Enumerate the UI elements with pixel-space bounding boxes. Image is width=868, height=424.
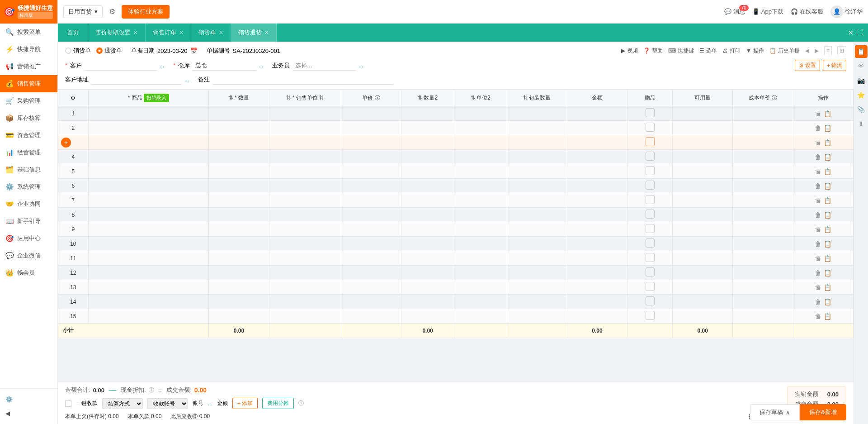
amount-cell[interactable] bbox=[567, 106, 627, 121]
product-cell[interactable] bbox=[88, 121, 209, 135]
tab-sales-return-close[interactable]: ✕ bbox=[264, 29, 269, 36]
qty-cell[interactable] bbox=[209, 106, 269, 121]
fenyong-info-icon[interactable]: ⓘ bbox=[298, 400, 304, 407]
discount-info-icon[interactable]: ⓘ bbox=[149, 386, 154, 394]
pack-cell[interactable] bbox=[507, 295, 567, 309]
fenyong-btn[interactable]: 费用分摊 bbox=[262, 398, 294, 409]
qty2-cell[interactable] bbox=[401, 309, 454, 324]
unit2-cell[interactable] bbox=[454, 309, 507, 324]
delete-row-icon[interactable]: 🗑 bbox=[815, 284, 821, 291]
amount-cell[interactable] bbox=[567, 150, 627, 164]
gift-checkbox[interactable] bbox=[646, 210, 655, 219]
one-click-checkbox[interactable] bbox=[65, 400, 71, 407]
cost-cell[interactable] bbox=[733, 309, 793, 324]
unit2-cell-active[interactable] bbox=[454, 135, 507, 150]
tab-maximize-btn[interactable]: ⛶ bbox=[856, 29, 863, 37]
product-cell[interactable] bbox=[88, 295, 209, 309]
qty2-cell[interactable] bbox=[401, 164, 454, 179]
gift-cell[interactable] bbox=[627, 179, 673, 193]
gift-checkbox[interactable] bbox=[646, 253, 655, 262]
view-list-btn[interactable]: ≡ bbox=[824, 46, 832, 55]
unit-cell[interactable] bbox=[269, 309, 341, 324]
product-cell[interactable] bbox=[88, 222, 209, 237]
sidebar-item-member[interactable]: 👑 畅会员 bbox=[0, 264, 57, 281]
qty2-cell[interactable] bbox=[401, 251, 454, 266]
gift-checkbox[interactable] bbox=[646, 166, 655, 175]
avail-cell[interactable] bbox=[673, 280, 733, 295]
pack-cell[interactable] bbox=[507, 106, 567, 121]
pack-cell[interactable] bbox=[507, 121, 567, 135]
gift-checkbox-active[interactable] bbox=[646, 137, 655, 146]
unit-cell[interactable] bbox=[269, 222, 341, 237]
qty2-cell[interactable] bbox=[401, 121, 454, 135]
gift-checkbox[interactable] bbox=[646, 181, 655, 190]
right-panel-icon-5[interactable]: 📎 bbox=[855, 103, 868, 116]
cost-cell[interactable] bbox=[733, 266, 793, 280]
unit-cell[interactable] bbox=[269, 150, 341, 164]
product-cell[interactable] bbox=[88, 280, 209, 295]
amount-cell-active[interactable] bbox=[567, 135, 627, 150]
gift-checkbox[interactable] bbox=[646, 311, 655, 320]
trial-btn[interactable]: 体验行业方案 bbox=[122, 5, 170, 19]
delete-row-icon[interactable]: 🗑 bbox=[815, 197, 821, 204]
unit2-cell[interactable] bbox=[454, 251, 507, 266]
avail-cell[interactable] bbox=[673, 150, 733, 164]
avail-cell[interactable] bbox=[673, 309, 733, 324]
copy-row-icon[interactable]: 📋 bbox=[824, 168, 831, 175]
settle-select[interactable]: 结算方式 bbox=[102, 398, 143, 409]
product-cell[interactable] bbox=[88, 106, 209, 121]
gift-checkbox[interactable] bbox=[646, 296, 655, 305]
unit2-cell[interactable] bbox=[454, 106, 507, 121]
avail-cell[interactable] bbox=[673, 237, 733, 251]
customer-input[interactable] bbox=[85, 61, 157, 71]
pack-cell[interactable] bbox=[507, 179, 567, 193]
copy-row-icon[interactable]: 📋 bbox=[824, 211, 831, 219]
sidebar-item-purchase[interactable]: 🛒 采购管理 bbox=[0, 92, 57, 110]
qty-cell[interactable] bbox=[209, 193, 269, 208]
right-panel-icon-3[interactable]: 📷 bbox=[855, 74, 868, 87]
gift-cell[interactable] bbox=[627, 193, 673, 208]
amount-cell[interactable] bbox=[567, 121, 627, 135]
sidebar-item-wechat[interactable]: 💬 企业微信 bbox=[0, 247, 57, 264]
shortcut-key-btn[interactable]: ⌨快捷键 bbox=[668, 47, 694, 55]
price-cell[interactable] bbox=[341, 280, 401, 295]
product-cell[interactable] bbox=[88, 193, 209, 208]
address-input[interactable] bbox=[91, 75, 182, 85]
price-cell[interactable] bbox=[341, 193, 401, 208]
gift-checkbox[interactable] bbox=[646, 282, 655, 291]
amount-cell[interactable] bbox=[567, 295, 627, 309]
message-btn[interactable]: 💬 70 消息 bbox=[724, 8, 745, 16]
unit2-cell[interactable] bbox=[454, 295, 507, 309]
tab-close-all-btn[interactable]: ✕ bbox=[848, 29, 854, 37]
sidebar-collapse-btn[interactable]: ◀ bbox=[0, 406, 57, 420]
product-cell[interactable] bbox=[88, 309, 209, 324]
sidebar-item-sales[interactable]: 💰 销售管理 bbox=[0, 75, 57, 92]
qty-cell[interactable] bbox=[209, 251, 269, 266]
barcode-btn[interactable]: 扫码录入 bbox=[144, 94, 169, 102]
daily-goods-selector[interactable]: 日用百货 ▾ bbox=[63, 5, 103, 18]
sidebar-item-system[interactable]: ⚙️ 系统管理 bbox=[0, 178, 57, 195]
tab-price-settings[interactable]: 售价提取设置 ✕ bbox=[88, 24, 146, 42]
price-cell[interactable] bbox=[341, 266, 401, 280]
amount-cell[interactable] bbox=[567, 266, 627, 280]
copy-row-icon[interactable]: 📋 bbox=[824, 313, 831, 320]
pack-cell[interactable] bbox=[507, 280, 567, 295]
sidebar-item-newbie[interactable]: 📖 新手引导 bbox=[0, 213, 57, 230]
gift-checkbox[interactable] bbox=[646, 238, 655, 248]
qty-cell[interactable] bbox=[209, 121, 269, 135]
app-download-btn[interactable]: 📱 App下载 bbox=[752, 8, 783, 16]
address-select-btn[interactable]: ... bbox=[184, 76, 189, 83]
avail-cell[interactable] bbox=[673, 164, 733, 179]
qty-cell[interactable] bbox=[209, 222, 269, 237]
qty-cell[interactable] bbox=[209, 179, 269, 193]
price-cell[interactable] bbox=[341, 121, 401, 135]
unit-cell-active[interactable] bbox=[269, 135, 341, 150]
settings-form-btn[interactable]: ⚙ 设置 bbox=[795, 60, 820, 71]
right-panel-icon-6[interactable]: ⬇ bbox=[855, 118, 868, 130]
price-cell[interactable] bbox=[341, 179, 401, 193]
sidebar-item-apps[interactable]: 🎯 应用中心 bbox=[0, 230, 57, 247]
unit-cell[interactable] bbox=[269, 106, 341, 121]
right-panel-icon-4[interactable]: ⭐ bbox=[855, 89, 868, 101]
print-btn[interactable]: 🖨打印 bbox=[722, 47, 741, 55]
price-cell-active[interactable] bbox=[341, 135, 401, 150]
